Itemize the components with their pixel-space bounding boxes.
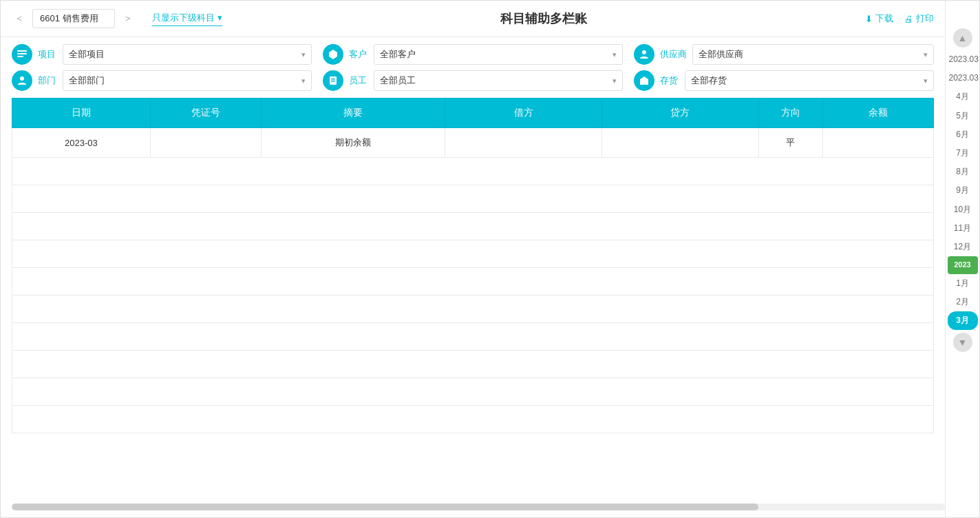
staff-select-value: 全部员工 — [380, 74, 416, 87]
prev-account-button[interactable]: ＜ — [12, 11, 27, 26]
month-item-2023-03-2[interactable]: 2023.03 — [948, 69, 978, 87]
month-item-9[interactable]: 9月 — [948, 181, 978, 200]
filter-supplier: 供应商 全部供应商 ▾ — [634, 44, 934, 65]
page-title: 科目辅助多栏账 — [228, 10, 860, 27]
cell-date: 2023-03 — [12, 128, 151, 158]
filter-area: 项目 全部项目 ▾ 客户 全部客户 ▾ — [1, 37, 945, 98]
empty-row — [12, 185, 934, 213]
inventory-select-value: 全部存货 — [691, 74, 727, 87]
month-item-10[interactable]: 10月 — [948, 200, 978, 219]
cell-direction: 平 — [758, 128, 823, 158]
col-debit: 借方 — [445, 99, 602, 128]
svg-point-3 — [642, 50, 646, 54]
filter-customer: 客户 全部客户 ▾ — [323, 44, 623, 65]
empty-row — [12, 158, 934, 185]
ledger-table-container: 日期 凭证号 摘要 借方 贷方 方向 余额 2023-03 期初余额 — [1, 98, 945, 433]
month-item-2023-03-1[interactable]: 2023.03 — [948, 50, 978, 69]
customer-chevron-icon: ▾ — [612, 50, 617, 59]
staff-chevron-icon: ▾ — [612, 76, 617, 85]
ledger-table: 日期 凭证号 摘要 借方 贷方 方向 余额 2023-03 期初余额 — [12, 98, 934, 433]
month-panel: ▲ 2023.03 2023.03 4月 5月 6月 7月 8月 9月 10月 … — [945, 1, 979, 518]
month-item-2[interactable]: 2月 — [948, 293, 978, 311]
account-code-display: 6601 销售费用 — [32, 9, 115, 28]
download-icon: ⬇ — [865, 14, 873, 24]
cell-balance — [823, 128, 934, 158]
table-row[interactable]: 2023-03 期初余额 平 — [12, 128, 934, 158]
month-item-4[interactable]: 4月 — [948, 87, 978, 106]
col-voucher: 凭证号 — [150, 99, 261, 128]
staff-label: 员工 — [349, 74, 368, 87]
month-nav-up-button[interactable]: ▲ — [953, 28, 972, 48]
month-item-year-2023[interactable]: 2023 — [948, 256, 978, 274]
project-select-value: 全部项目 — [69, 48, 105, 61]
inventory-select[interactable]: 全部存货 ▾ — [685, 70, 934, 91]
dept-select-value: 全部部门 — [69, 74, 105, 87]
customer-icon — [323, 44, 343, 65]
table-header-row: 日期 凭证号 摘要 借方 贷方 方向 余额 — [12, 99, 934, 128]
dept-select[interactable]: 全部部门 ▾ — [63, 70, 312, 91]
main-content: ＜ 6601 销售费用 ＞ 只显示下级科目 ▾ 科目辅助多栏账 ⬇ 下载 🖨 打… — [1, 1, 945, 433]
empty-row — [12, 213, 934, 240]
empty-row — [12, 268, 934, 296]
next-account-button[interactable]: ＞ — [120, 11, 136, 26]
project-label: 项目 — [38, 48, 57, 61]
month-item-6[interactable]: 6月 — [948, 125, 978, 144]
supplier-label: 供应商 — [660, 48, 687, 61]
supplier-chevron-icon: ▾ — [924, 50, 928, 59]
staff-select[interactable]: 全部员工 ▾ — [374, 70, 623, 91]
customer-select-value: 全部客户 — [380, 48, 416, 61]
supplier-select[interactable]: 全部供应商 ▾ — [692, 44, 934, 65]
show-sub-chevron-icon: ▾ — [217, 12, 222, 23]
supplier-icon — [634, 44, 654, 65]
project-select[interactable]: 全部项目 ▾ — [63, 44, 312, 65]
month-item-12[interactable]: 12月 — [948, 238, 978, 256]
customer-select[interactable]: 全部客户 ▾ — [374, 44, 623, 65]
staff-icon — [323, 70, 343, 91]
filter-inventory: 存货 全部存货 ▾ — [634, 70, 934, 91]
print-button[interactable]: 🖨 打印 — [904, 12, 934, 25]
cell-debit — [445, 128, 602, 158]
main-window: ✕ ▲ 2023.03 2023.03 4月 5月 6月 7月 8月 9月 10… — [0, 0, 980, 518]
inventory-label: 存货 — [660, 74, 679, 87]
empty-row — [12, 323, 934, 351]
col-balance: 余额 — [823, 99, 934, 128]
svg-rect-2 — [17, 56, 23, 57]
svg-point-4 — [20, 76, 24, 81]
empty-row — [12, 240, 934, 268]
header-bar: ＜ 6601 销售费用 ＞ 只显示下级科目 ▾ 科目辅助多栏账 ⬇ 下载 🖨 打… — [1, 1, 945, 37]
inventory-chevron-icon: ▾ — [924, 76, 928, 85]
svg-rect-1 — [17, 53, 27, 54]
filter-project: 项目 全部项目 ▾ — [12, 44, 312, 65]
month-item-1[interactable]: 1月 — [948, 274, 978, 293]
month-item-8[interactable]: 8月 — [948, 163, 978, 181]
dept-label: 部门 — [38, 74, 57, 87]
col-direction: 方向 — [758, 99, 823, 128]
svg-rect-7 — [331, 81, 335, 82]
filter-dept: 部门 全部部门 ▾ — [12, 70, 312, 91]
supplier-select-value: 全部供应商 — [699, 48, 743, 61]
project-chevron-icon: ▾ — [301, 50, 306, 59]
empty-row — [12, 296, 934, 323]
horizontal-scrollbar[interactable] — [12, 504, 945, 510]
cell-credit — [601, 128, 758, 158]
col-credit: 贷方 — [601, 99, 758, 128]
show-sub-accounts-button[interactable]: 只显示下级科目 ▾ — [152, 12, 222, 26]
svg-rect-6 — [331, 79, 335, 80]
cell-summary: 期初余额 — [261, 128, 445, 158]
print-icon: 🖨 — [904, 14, 913, 24]
toolbar-right: ⬇ 下载 🖨 打印 — [865, 12, 934, 25]
month-item-3-current[interactable]: 3月 — [948, 311, 978, 330]
cell-voucher — [150, 128, 261, 158]
col-date: 日期 — [12, 99, 151, 128]
month-item-7[interactable]: 7月 — [948, 144, 978, 163]
month-item-11[interactable]: 11月 — [948, 219, 978, 238]
empty-row — [12, 406, 934, 433]
scrollbar-thumb[interactable] — [12, 504, 758, 510]
project-icon — [12, 44, 32, 65]
col-summary: 摘要 — [261, 99, 445, 128]
customer-label: 客户 — [349, 48, 368, 61]
download-button[interactable]: ⬇ 下载 — [865, 12, 893, 25]
month-item-5[interactable]: 5月 — [948, 107, 978, 125]
month-nav-down-button[interactable]: ▼ — [953, 333, 972, 352]
dept-chevron-icon: ▾ — [301, 76, 306, 85]
